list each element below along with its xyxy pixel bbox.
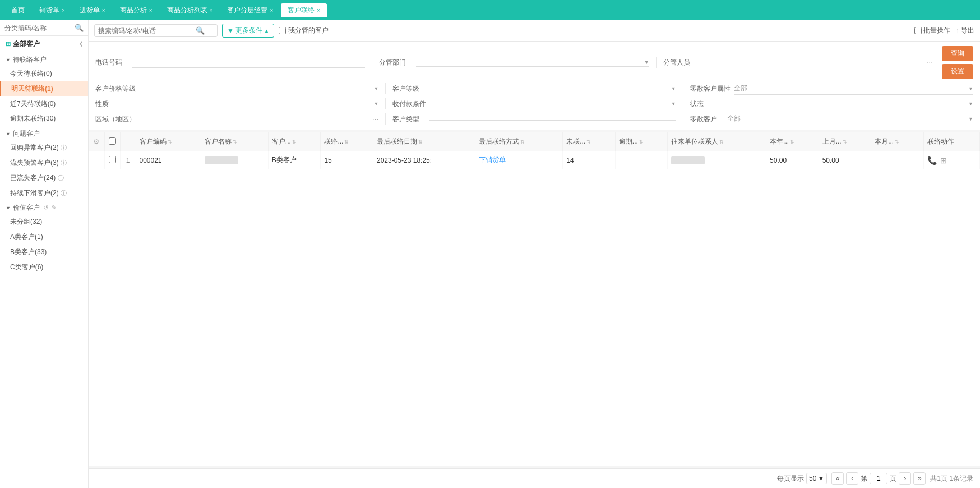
nav-home[interactable]: 首页 bbox=[4, 3, 31, 17]
th-settings: ⚙ bbox=[89, 132, 104, 151]
th-current-month: 本月... ⇅ bbox=[871, 132, 924, 151]
search-input[interactable] bbox=[98, 27, 193, 35]
sort-uncontacted-icon[interactable]: ⇅ bbox=[586, 139, 591, 145]
divider-7 bbox=[385, 113, 386, 125]
nav-sales-order[interactable]: 销货单 × bbox=[33, 3, 72, 17]
nav-product-analysis[interactable]: 商品分析 × bbox=[113, 3, 159, 17]
sidebar-item-class-b[interactable]: B类客户(33) bbox=[0, 245, 88, 260]
filter-phone-input[interactable] bbox=[132, 57, 365, 68]
batch-op-button[interactable]: 批量操作 bbox=[914, 26, 950, 35]
sidebar-search-input[interactable] bbox=[4, 24, 72, 32]
filter-customer-type-select[interactable] bbox=[429, 118, 676, 121]
action-more-icon[interactable]: ⊞ bbox=[940, 156, 947, 165]
nav-close-sales[interactable]: × bbox=[62, 7, 65, 13]
sidebar-all-customers[interactable]: ⊞ 全部客户 《 bbox=[0, 36, 88, 52]
nav-purchase-order[interactable]: 进货单 × bbox=[73, 3, 112, 17]
filter-nature-select[interactable]: ▼ bbox=[132, 100, 378, 108]
sort-contact-icon[interactable]: ⇅ bbox=[344, 139, 349, 145]
td-last-month: 50.00 bbox=[819, 151, 871, 169]
td-actions: 📞 ⊞ bbox=[923, 151, 979, 169]
divider-6 bbox=[683, 98, 683, 109]
filter-row-2: 客户价格等级 ▼ 客户等级 ▼ 零散客户属性 bbox=[95, 82, 973, 95]
th-num bbox=[120, 132, 136, 151]
batch-op-checkbox[interactable] bbox=[914, 27, 922, 34]
sort-date-icon[interactable]: ⇅ bbox=[418, 139, 423, 145]
sort-type-icon[interactable]: ⇅ bbox=[292, 139, 297, 145]
sort-unit-icon[interactable]: ⇅ bbox=[719, 139, 724, 145]
export-button[interactable]: ↑ 导出 bbox=[956, 26, 974, 35]
contact-method-link[interactable]: 下销货单 bbox=[479, 156, 506, 164]
sidebar-item-today-contact[interactable]: 今天待联络(0) bbox=[0, 66, 88, 81]
sort-name-icon[interactable]: ⇅ bbox=[233, 139, 237, 145]
dots-icon-region[interactable]: ··· bbox=[372, 114, 379, 123]
row-checkbox[interactable] bbox=[109, 156, 116, 163]
search-icon[interactable]: 🔍 bbox=[196, 26, 205, 35]
td-name bbox=[201, 151, 269, 169]
sidebar-collapse-icon[interactable]: 《 bbox=[77, 40, 82, 48]
my-customers-input[interactable] bbox=[279, 27, 286, 34]
filter-price-select[interactable]: ▼ bbox=[139, 85, 378, 93]
chevron-down-icon-nature: ▼ bbox=[373, 101, 378, 107]
sidebar-item-declining[interactable]: 持续下滑客户(2) ⓘ bbox=[0, 186, 88, 201]
dots-icon-manager[interactable]: ··· bbox=[926, 58, 933, 67]
nav-customer-contact[interactable]: 客户联络 × bbox=[281, 3, 327, 17]
nav-close-product-analysis[interactable]: × bbox=[149, 7, 152, 13]
td-overdue bbox=[615, 151, 668, 169]
nav-close-product-list[interactable]: × bbox=[210, 7, 213, 13]
select-all-checkbox[interactable] bbox=[109, 137, 116, 145]
first-page-button[interactable]: « bbox=[831, 472, 844, 485]
per-page-select[interactable]: 50 ▼ bbox=[806, 473, 827, 484]
sidebar-search-icon[interactable]: 🔍 bbox=[75, 24, 84, 32]
nav-product-analysis-list[interactable]: 商品分析列表 × bbox=[160, 3, 220, 17]
sidebar-item-class-a[interactable]: A类客户(1) bbox=[0, 229, 88, 245]
sidebar-group-triangle-1: ▼ bbox=[6, 57, 11, 63]
gear-icon[interactable]: ⚙ bbox=[93, 137, 100, 146]
sidebar-item-abnormal-repurchase[interactable]: 回购异常客户(2) ⓘ bbox=[0, 140, 88, 155]
sort-code-icon[interactable]: ⇅ bbox=[168, 139, 172, 145]
sidebar-item-overdue-contact[interactable]: 逾期未联络(30) bbox=[0, 111, 88, 126]
reset-button[interactable]: 设置 bbox=[942, 64, 973, 79]
toolbar-right: 批量操作 ↑ 导出 bbox=[914, 26, 974, 35]
filter-payment: 收付款条件 ▼ bbox=[392, 99, 676, 109]
next-page-button[interactable]: › bbox=[899, 472, 911, 485]
filter-row-1: 电话号码 分管部门 ▼ 分管人员 ··· bbox=[95, 46, 973, 79]
filter-manager-select[interactable]: ··· bbox=[700, 57, 933, 68]
filter-customer-level-select[interactable]: ▼ bbox=[429, 85, 676, 93]
nav-close-segment[interactable]: × bbox=[270, 7, 273, 13]
sidebar-item-ungrouped[interactable]: 未分组(32) bbox=[0, 214, 88, 229]
sidebar-item-churned[interactable]: 已流失客户(24) ⓘ bbox=[0, 171, 88, 186]
action-phone-icon[interactable]: 📞 bbox=[927, 156, 937, 165]
sidebar-item-class-c[interactable]: C类客户(6) bbox=[0, 260, 88, 275]
search-box: 🔍 bbox=[94, 24, 218, 37]
nav-customer-segment[interactable]: 客户分层经营 × bbox=[220, 3, 280, 17]
prev-page-button[interactable]: ‹ bbox=[846, 472, 858, 485]
divider-2 bbox=[656, 57, 657, 68]
nav-close-contact[interactable]: × bbox=[317, 7, 320, 13]
sort-year-icon[interactable]: ⇅ bbox=[790, 139, 794, 145]
sort-last-month-icon[interactable]: ⇅ bbox=[843, 139, 847, 145]
filter-retail-attr-select[interactable]: 全部 ▼ bbox=[734, 82, 973, 95]
sort-month-icon[interactable]: ⇅ bbox=[895, 139, 899, 145]
sort-method-icon[interactable]: ⇅ bbox=[520, 139, 525, 145]
nav-close-purchase[interactable]: × bbox=[102, 7, 105, 13]
my-customers-checkbox[interactable]: 我分管的客户 bbox=[279, 26, 329, 35]
th-contact-count: 联络... ⇅ bbox=[321, 132, 373, 151]
sidebar-item-churn-warning[interactable]: 流失预警客户(3) ⓘ bbox=[0, 155, 88, 171]
td-unit-contact bbox=[668, 151, 766, 169]
total-records: 共1页 1条记录 bbox=[930, 474, 973, 484]
filter-row-4: 区域（地区） ··· 客户类型 零散客户 bbox=[95, 113, 973, 125]
filter-dept-select[interactable]: ▼ bbox=[416, 58, 649, 67]
filter-status-select[interactable]: ▼ bbox=[727, 100, 973, 108]
query-button[interactable]: 查询 bbox=[942, 46, 973, 61]
page-number-input[interactable] bbox=[870, 473, 887, 484]
last-page-button[interactable]: » bbox=[913, 472, 926, 485]
filter-payment-select[interactable]: ▼ bbox=[429, 100, 676, 108]
more-filter-button[interactable]: ▼ 更多条件 ▲ bbox=[222, 24, 274, 38]
filter-retail-select[interactable]: 全部 ▼ bbox=[727, 113, 973, 125]
chevron-down-icon-status: ▼ bbox=[968, 101, 973, 107]
sidebar-item-7day-contact[interactable]: 近7天待联络(0) bbox=[0, 96, 88, 112]
sort-overdue-icon[interactable]: ⇅ bbox=[639, 139, 644, 145]
filter-region: 区域（地区） ··· bbox=[95, 113, 378, 125]
sidebar-item-tomorrow-contact[interactable]: 明天待联络(1) bbox=[0, 81, 88, 96]
filter-region-select[interactable]: ··· bbox=[139, 113, 378, 125]
